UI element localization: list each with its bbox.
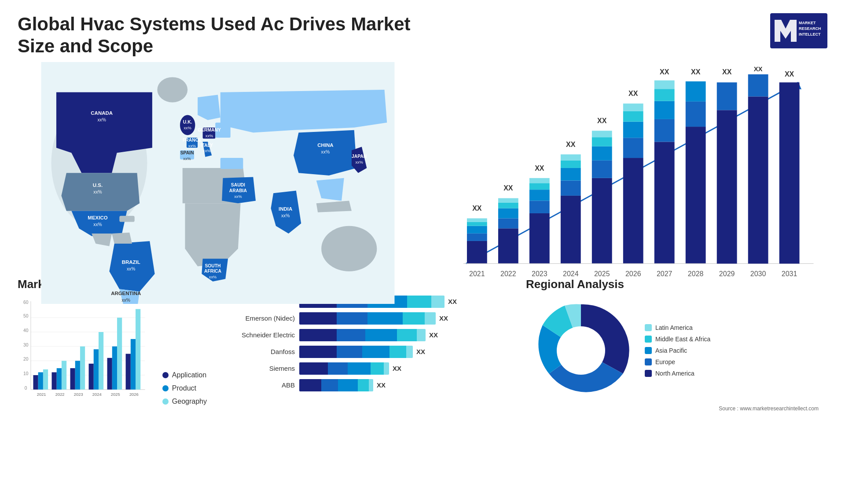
svg-text:XX: XX — [754, 66, 763, 73]
svg-text:2022: 2022 — [55, 392, 65, 397]
svg-rect-133 — [62, 361, 66, 389]
svg-text:xx%: xx% — [121, 298, 130, 303]
svg-text:SPAIN: SPAIN — [180, 150, 194, 155]
svg-rect-147 — [126, 354, 131, 389]
svg-text:XX: XX — [660, 68, 669, 76]
svg-rect-78 — [623, 111, 643, 121]
svg-text:AFRICA: AFRICA — [204, 269, 222, 274]
svg-rect-71 — [592, 146, 612, 161]
svg-text:INTELLECT: INTELLECT — [799, 32, 821, 37]
svg-rect-69 — [592, 178, 612, 264]
svg-text:2031: 2031 — [782, 270, 797, 278]
svg-text:CANADA: CANADA — [91, 110, 113, 116]
player-bar-danfoss: XX — [299, 346, 425, 358]
svg-text:30: 30 — [23, 342, 29, 347]
svg-rect-88 — [686, 102, 706, 127]
svg-rect-77 — [623, 121, 643, 138]
player-xx-schneider: XX — [429, 331, 438, 339]
svg-rect-143 — [107, 358, 112, 390]
stacked-bar-chart: XX XX XX XX — [436, 66, 819, 300]
svg-text:2024: 2024 — [563, 270, 579, 278]
svg-text:U.K.: U.K. — [183, 120, 192, 124]
svg-text:2027: 2027 — [657, 270, 672, 278]
svg-rect-14 — [220, 158, 243, 169]
svg-rect-131 — [52, 372, 57, 389]
player-xx-siemens: XX — [393, 365, 401, 372]
svg-text:20: 20 — [23, 357, 29, 362]
svg-rect-75 — [623, 158, 643, 263]
svg-text:50: 50 — [23, 314, 29, 318]
player-name-siemens: Siemens — [216, 365, 295, 372]
svg-text:xx%: xx% — [127, 267, 135, 271]
world-map-section: CANADA xx% U.S. xx% MEXICO xx% BRAZIL xx… — [18, 62, 418, 304]
svg-rect-57 — [529, 213, 550, 263]
svg-rect-51 — [498, 228, 518, 263]
player-xx-emerson: XX — [439, 314, 448, 322]
player-bar-abb: XX — [299, 379, 386, 391]
reg-color-asia — [645, 347, 652, 354]
svg-text:xx%: xx% — [356, 160, 363, 164]
svg-text:JAPAN: JAPAN — [352, 154, 367, 159]
svg-rect-85 — [654, 80, 675, 89]
svg-text:2023: 2023 — [74, 392, 83, 397]
svg-rect-110 — [779, 82, 800, 263]
svg-text:MARKET: MARKET — [799, 21, 816, 25]
svg-rect-127 — [33, 375, 38, 390]
legend-application: Application — [162, 371, 207, 379]
svg-point-151 — [557, 326, 605, 375]
svg-text:ARABIA: ARABIA — [229, 188, 247, 193]
bar-chart-section: XX XX XX XX — [427, 62, 827, 304]
svg-text:0: 0 — [25, 385, 27, 390]
svg-text:CHINA: CHINA — [317, 142, 333, 147]
reg-color-latin — [645, 324, 652, 331]
svg-rect-76 — [623, 138, 643, 158]
svg-rect-83 — [654, 101, 675, 119]
legend-geography: Geography — [162, 398, 207, 405]
svg-point-7 — [157, 77, 187, 102]
reg-color-europe — [645, 358, 652, 365]
player-xx-abb: XX — [377, 381, 386, 389]
svg-text:XX: XX — [472, 204, 482, 212]
player-name-schneider: Schneider Electric — [216, 331, 295, 339]
svg-text:xx%: xx% — [321, 149, 330, 154]
player-name-abb: ABB — [216, 381, 295, 389]
svg-text:XX: XX — [722, 68, 732, 76]
svg-text:INDIA: INDIA — [279, 206, 292, 212]
svg-text:2028: 2028 — [688, 270, 704, 278]
bar-2021-na — [467, 241, 487, 264]
player-row-danfoss: Danfoss XX — [216, 346, 517, 358]
legend-product: Product — [162, 384, 207, 392]
reg-legend-europe: Europe — [645, 358, 710, 365]
svg-rect-54 — [498, 203, 518, 208]
svg-rect-136 — [75, 361, 80, 389]
bar-2021-me — [467, 222, 487, 226]
svg-rect-52 — [498, 218, 518, 228]
svg-rect-104 — [717, 110, 737, 263]
svg-text:2022: 2022 — [500, 270, 516, 278]
seg-bar-chart: 0 10 20 30 40 50 60 — [18, 296, 149, 405]
company-logo: MARKET RESEARCH INTELLECT — [770, 13, 827, 48]
svg-rect-149 — [136, 309, 140, 389]
svg-text:XX: XX — [785, 69, 794, 77]
header: Global Hvac Systems Used Ac Drives Marke… — [0, 0, 845, 62]
svg-rect-89 — [686, 81, 706, 102]
svg-rect-135 — [70, 368, 75, 390]
svg-rect-129 — [43, 369, 48, 390]
svg-text:xx%: xx% — [234, 194, 242, 198]
segmentation-legend: Application Product Geography — [158, 371, 207, 405]
svg-rect-60 — [529, 183, 550, 190]
svg-text:2025: 2025 — [111, 392, 120, 397]
player-row-emerson: Emerson (Nidec) XX — [216, 312, 517, 325]
reg-legend-na: North America — [645, 370, 710, 377]
svg-text:2030: 2030 — [750, 270, 766, 278]
svg-rect-55 — [498, 198, 518, 202]
svg-text:ITALY: ITALY — [201, 142, 213, 147]
reg-color-na — [645, 370, 652, 377]
svg-rect-63 — [561, 196, 581, 264]
svg-text:XX: XX — [597, 117, 607, 124]
svg-text:XX: XX — [628, 89, 638, 97]
donut-chart — [526, 296, 636, 405]
svg-rect-66 — [561, 161, 581, 168]
svg-text:xx%: xx% — [203, 149, 210, 153]
svg-point-9 — [180, 115, 195, 135]
